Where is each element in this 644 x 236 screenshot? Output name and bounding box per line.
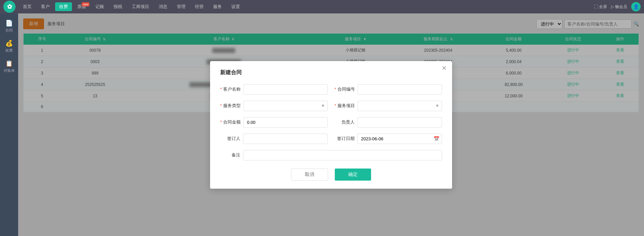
form-field-amount: 合同金额 xyxy=(220,117,328,128)
nav-management[interactable]: 管理 xyxy=(173,2,190,11)
form-field-sign-date: 签订日期 📅 xyxy=(334,134,442,144)
sign-date-input[interactable] xyxy=(357,134,442,144)
content-area: 新增 服务项目 进行中 全部 已完成 已终止 🔍 序号 合同编号 ⇅ xyxy=(18,13,644,236)
billing-icon: 💰 xyxy=(5,40,13,47)
form-field-service-type: 服务类型 ▼ xyxy=(220,101,328,111)
remark-input[interactable] xyxy=(243,150,442,160)
fullscreen-button[interactable]: ⛶ 全屏 xyxy=(594,4,607,10)
play-icon: ▷ xyxy=(611,4,614,9)
contract-amount-label: 合同金额 xyxy=(220,119,241,125)
person-in-charge-input[interactable] xyxy=(357,117,442,128)
sidebar: 📄 合同 💰 收费 📋 对账单 xyxy=(0,13,18,236)
form-field-service-item: 服务项目 ▼ xyxy=(334,101,442,111)
new-contract-modal: ✕ 新建合同 客户名称 合同编号 服务类型 xyxy=(210,61,452,189)
nav-operation[interactable]: 经营 xyxy=(191,2,208,11)
modal-close-button[interactable]: ✕ xyxy=(442,65,447,71)
sidebar-item-statement[interactable]: 📋 对账单 xyxy=(1,57,17,76)
contract-no-label: 合同编号 xyxy=(334,86,355,92)
nav-home[interactable]: 首页 xyxy=(19,2,36,11)
fullscreen-icon: ⛶ xyxy=(594,4,598,9)
form-row-5: 备注 xyxy=(220,150,442,160)
nav-items: 首页 客户 收费 票据 new 记账 报税 工商项目 消息 管理 经营 服务 设… xyxy=(19,2,594,11)
top-navigation: ✿ 首页 客户 收费 票据 new 记账 报税 工商项目 消息 管理 经营 服务… xyxy=(0,0,644,13)
form-field-customer-name: 客户名称 xyxy=(220,84,328,95)
nav-service[interactable]: 服务 xyxy=(209,2,226,11)
app-logo: ✿ xyxy=(3,1,15,13)
nav-invoice[interactable]: 票据 new xyxy=(73,2,90,11)
customer-name-input[interactable] xyxy=(243,84,328,95)
service-type-label: 服务类型 xyxy=(220,103,241,109)
remark-label: 备注 xyxy=(220,152,240,158)
sign-date-label: 签订日期 xyxy=(334,136,355,142)
modal-overlay: ✕ 新建合同 客户名称 合同编号 服务类型 xyxy=(18,13,644,236)
main-layout: 📄 合同 💰 收费 📋 对账单 新增 服务项目 进行中 全部 已完成 已终止 xyxy=(0,13,644,236)
avatar[interactable]: 👤 xyxy=(631,2,641,11)
service-item-label: 服务项目 xyxy=(334,103,355,109)
nav-settings[interactable]: 设置 xyxy=(227,2,244,11)
modal-footer: 取消 确定 xyxy=(220,169,442,181)
nav-business[interactable]: 工商项目 xyxy=(128,2,153,11)
form-row-3: 合同金额 负责人 xyxy=(220,117,442,128)
form-row-1: 客户名称 合同编号 xyxy=(220,84,442,95)
service-item-select[interactable] xyxy=(358,101,442,111)
contract-amount-input[interactable] xyxy=(243,117,328,128)
top-nav-right: ⛶ 全屏 ▷ 畅会员 👤 xyxy=(594,2,641,11)
form-field-person-in-charge: 负责人 xyxy=(334,117,442,128)
cancel-button[interactable]: 取消 xyxy=(291,169,328,181)
sidebar-item-contract[interactable]: 📄 合同 xyxy=(1,17,17,36)
nav-bookkeeping[interactable]: 记账 xyxy=(91,2,108,11)
member-button[interactable]: ▷ 畅会员 xyxy=(611,4,627,10)
sidebar-item-billing[interactable]: 💰 收费 xyxy=(1,37,17,56)
modal-title: 新建合同 xyxy=(220,69,442,76)
logo-icon: ✿ xyxy=(7,3,12,10)
service-type-select-wrap: ▼ xyxy=(243,101,328,111)
signer-label: 签订人 xyxy=(220,136,240,142)
nav-message[interactable]: 消息 xyxy=(155,2,171,11)
form-row-2: 服务类型 ▼ 服务项目 xyxy=(220,101,442,111)
form-field-remark: 备注 xyxy=(220,150,442,160)
form-row-4: 签订人 签订日期 📅 xyxy=(220,134,442,144)
customer-name-label: 客户名称 xyxy=(220,86,241,92)
contract-no-input[interactable] xyxy=(358,84,442,95)
service-type-select[interactable] xyxy=(243,101,328,111)
contract-icon: 📄 xyxy=(5,19,13,27)
service-item-select-wrap: ▼ xyxy=(358,101,442,111)
nav-billing[interactable]: 收费 xyxy=(55,2,72,11)
confirm-button[interactable]: 确定 xyxy=(335,169,371,181)
form-field-signer: 签订人 xyxy=(220,134,328,144)
new-badge: new xyxy=(82,2,89,6)
nav-tax[interactable]: 报税 xyxy=(110,2,126,11)
sign-date-wrap: 📅 xyxy=(357,134,442,144)
form-field-contract-no: 合同编号 xyxy=(334,84,442,95)
nav-customer[interactable]: 客户 xyxy=(37,2,54,11)
statement-icon: 📋 xyxy=(5,60,13,67)
person-in-charge-label: 负责人 xyxy=(334,119,355,125)
signer-input[interactable] xyxy=(243,134,328,144)
